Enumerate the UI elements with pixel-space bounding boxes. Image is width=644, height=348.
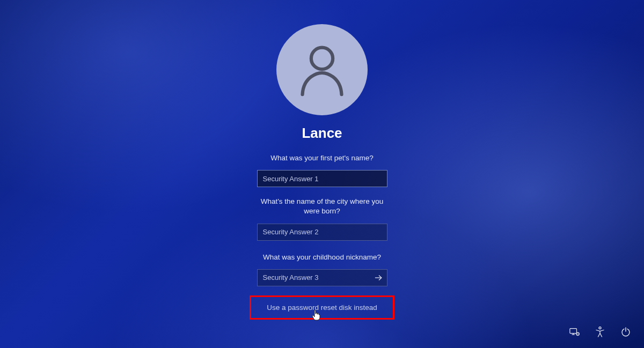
arrow-right-icon bbox=[375, 274, 383, 282]
cursor-pointer-icon bbox=[312, 310, 320, 323]
svg-point-6 bbox=[577, 334, 579, 335]
security-answer-2-wrap bbox=[257, 224, 387, 241]
user-name: Lance bbox=[302, 125, 342, 142]
security-answer-3-wrap bbox=[257, 269, 387, 286]
reset-disk-highlight-box: Use a password reset disk instead bbox=[250, 295, 394, 320]
svg-point-0 bbox=[311, 48, 333, 69]
submit-answers-button[interactable] bbox=[371, 270, 387, 286]
security-answer-3-input[interactable] bbox=[257, 269, 387, 286]
security-question-3: What was your childhood nickname? bbox=[263, 253, 381, 262]
svg-line-13 bbox=[598, 334, 601, 337]
security-answer-1-wrap bbox=[257, 170, 387, 187]
system-tray bbox=[569, 328, 631, 338]
power-icon bbox=[621, 327, 631, 339]
network-icon bbox=[569, 327, 580, 339]
use-password-reset-disk-link[interactable]: Use a password reset disk instead bbox=[267, 303, 377, 312]
svg-point-11 bbox=[599, 327, 601, 329]
accessibility-icon bbox=[595, 327, 605, 339]
power-button[interactable] bbox=[620, 328, 631, 338]
lock-screen-content: Lance What was your first pet's name? Wh… bbox=[0, 0, 644, 348]
svg-rect-2 bbox=[570, 329, 577, 334]
security-question-2: What's the name of the city where you we… bbox=[252, 197, 392, 216]
network-button[interactable] bbox=[569, 328, 580, 338]
person-icon bbox=[296, 43, 348, 97]
user-avatar bbox=[276, 24, 368, 115]
security-answer-2-input[interactable] bbox=[257, 224, 387, 241]
accessibility-button[interactable] bbox=[595, 328, 605, 338]
security-question-1: What was your first pet's name? bbox=[270, 153, 374, 163]
security-answer-1-input[interactable] bbox=[257, 170, 387, 187]
svg-line-14 bbox=[600, 334, 602, 337]
